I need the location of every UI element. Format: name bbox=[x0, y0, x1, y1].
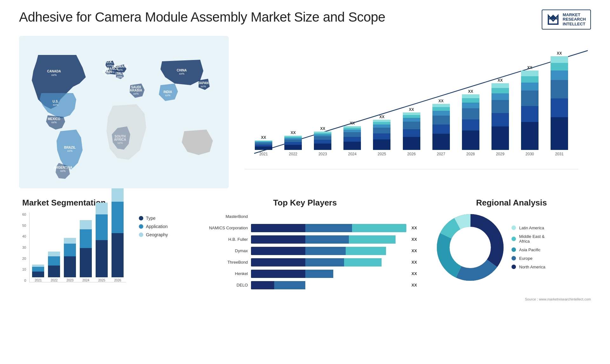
player-row-henkel: HenkelXX bbox=[191, 270, 419, 278]
bar-segment-2022-2 bbox=[284, 139, 302, 142]
bar-xx-label-2023: XX bbox=[320, 126, 325, 131]
seg-segment-2023-2 bbox=[64, 238, 76, 244]
svg-text:xx%: xx% bbox=[60, 169, 65, 172]
bars-container: XX2021XX2022XX2023XX2024XX2025XX2026XX20… bbox=[245, 42, 578, 169]
spain-label: SPAIN bbox=[102, 70, 112, 73]
seg-bar-group-2022: 2022 bbox=[48, 252, 60, 282]
bar-segment-2031-4 bbox=[551, 63, 568, 71]
bar-stack-2031 bbox=[551, 56, 568, 150]
bar-xx-label-2028: XX bbox=[468, 89, 473, 94]
player-bar-dark bbox=[251, 235, 305, 244]
seg-segment-2024-2 bbox=[80, 220, 92, 229]
bar-segment-2028-4 bbox=[462, 98, 479, 103]
bar-segment-2028-3 bbox=[462, 103, 479, 108]
seg-bars-container: 202120222023202420252026 bbox=[29, 212, 126, 282]
bar-segment-2027-1 bbox=[432, 125, 450, 134]
logo-text: MARKET RESEARCH INTELLECT bbox=[563, 13, 586, 26]
bar-year-label-2027: 2027 bbox=[437, 152, 445, 156]
bar-xx-label-2025: XX bbox=[379, 115, 384, 119]
legend-north-america: North America bbox=[512, 265, 545, 269]
seg-segment-2021-0 bbox=[32, 272, 44, 277]
legend-application-dot bbox=[139, 224, 143, 229]
seg-segment-2021-2 bbox=[32, 265, 44, 267]
mexico-label: MEXICO bbox=[48, 117, 60, 121]
legend-latin-dot bbox=[512, 226, 516, 230]
player-bar-mid bbox=[305, 235, 349, 244]
bar-xx-label-2030: XX bbox=[527, 65, 532, 70]
regional-content: Latin America Middle East &Africa Asia P… bbox=[435, 212, 588, 282]
svg-text:xx%: xx% bbox=[117, 75, 122, 78]
bar-year-label-2025: 2025 bbox=[378, 152, 386, 156]
page-title: Adhesive for Camera Module Assembly Mark… bbox=[19, 10, 385, 25]
bar-segment-2031-2 bbox=[551, 80, 568, 99]
donut-svg bbox=[435, 212, 505, 282]
seg-bar-stack-2022 bbox=[48, 252, 60, 277]
legend-asia-pacific: Asia Pacific bbox=[512, 247, 545, 252]
player-bar-container bbox=[251, 281, 406, 289]
seg-segment-2026-1 bbox=[112, 202, 124, 233]
player-bar-mid bbox=[305, 247, 346, 255]
svg-text:xx%: xx% bbox=[165, 94, 170, 97]
bar-group-2028: XX2028 bbox=[458, 89, 483, 156]
bar-segment-2027-4 bbox=[432, 107, 450, 111]
bar-year-label-2022: 2022 bbox=[289, 152, 297, 156]
bar-segment-2026-3 bbox=[403, 118, 420, 122]
legend-middle-east: Middle East &Africa bbox=[512, 234, 545, 244]
player-bar-dark bbox=[251, 247, 305, 255]
bar-segment-2026-1 bbox=[403, 129, 420, 137]
svg-text:xx%: xx% bbox=[117, 68, 123, 71]
bar-segment-2028-2 bbox=[462, 108, 479, 119]
bar-segment-2030-5 bbox=[521, 71, 539, 76]
page-container: Adhesive for Camera Module Assembly Mark… bbox=[0, 0, 610, 364]
svg-text:xx%: xx% bbox=[51, 121, 57, 124]
bar-segment-2023-2 bbox=[314, 136, 331, 140]
bar-group-2030: XX2030 bbox=[517, 65, 542, 156]
player-bar-dark bbox=[251, 281, 274, 289]
us-label: U.S. bbox=[52, 100, 59, 103]
legend-latin-america: Latin America bbox=[512, 226, 545, 230]
player-bar-dark bbox=[251, 270, 305, 278]
bar-segment-2030-4 bbox=[521, 76, 539, 83]
bar-stack-2022 bbox=[284, 136, 302, 150]
player-name: NAMICS Corporation bbox=[191, 226, 248, 230]
bar-xx-label-2031: XX bbox=[557, 51, 562, 56]
player-bar-light bbox=[344, 258, 381, 266]
player-value: XX bbox=[411, 260, 419, 265]
uk-label: U.K. bbox=[106, 60, 113, 64]
player-row-delo: DELOXX bbox=[191, 281, 419, 289]
germany-label: GERMANY bbox=[112, 65, 128, 68]
svg-text:xx%: xx% bbox=[104, 73, 110, 77]
player-value: XX bbox=[411, 248, 419, 253]
legend-geography: Geography bbox=[139, 232, 168, 237]
player-name: H.B. Fuller bbox=[191, 237, 248, 242]
seg-bar-group-2024: 2024 bbox=[80, 220, 92, 282]
player-value: XX bbox=[411, 237, 419, 242]
bar-group-2021: XX2021 bbox=[251, 135, 276, 156]
bar-segment-2027-0 bbox=[432, 134, 450, 150]
player-bar-mid bbox=[305, 224, 352, 232]
bar-segment-2029-2 bbox=[491, 100, 509, 113]
bar-segment-2025-3 bbox=[373, 125, 390, 128]
svg-text:xx%: xx% bbox=[67, 149, 72, 152]
player-row-namicscorporation: NAMICS CorporationXX bbox=[191, 224, 419, 232]
svg-text:xx%: xx% bbox=[200, 85, 206, 88]
bar-segment-2030-2 bbox=[521, 91, 539, 106]
segmentation-section: Market Segmentation 60 50 40 30 20 10 0 bbox=[19, 195, 178, 296]
bar-xx-label-2021: XX bbox=[261, 135, 266, 140]
bar-group-2031: XX2031 bbox=[547, 51, 572, 156]
bar-group-2023: XX2023 bbox=[310, 126, 335, 156]
bar-xx-label-2022: XX bbox=[291, 131, 296, 135]
bar-stack-2025 bbox=[373, 120, 390, 150]
seg-segment-2025-0 bbox=[96, 240, 108, 277]
bar-group-2022: XX2022 bbox=[281, 131, 306, 156]
seg-segment-2022-2 bbox=[48, 252, 60, 256]
bar-segment-2029-5 bbox=[491, 83, 509, 88]
player-bar-light bbox=[352, 224, 406, 232]
bar-segment-2028-5 bbox=[462, 94, 479, 98]
bar-year-label-2028: 2028 bbox=[466, 152, 475, 156]
legend-europe-dot bbox=[512, 256, 516, 260]
player-name: Dymax bbox=[191, 248, 248, 253]
bar-segment-2029-3 bbox=[491, 93, 509, 100]
player-row-threebond: ThreeBondXX bbox=[191, 258, 419, 266]
player-bar-mid bbox=[305, 258, 344, 266]
